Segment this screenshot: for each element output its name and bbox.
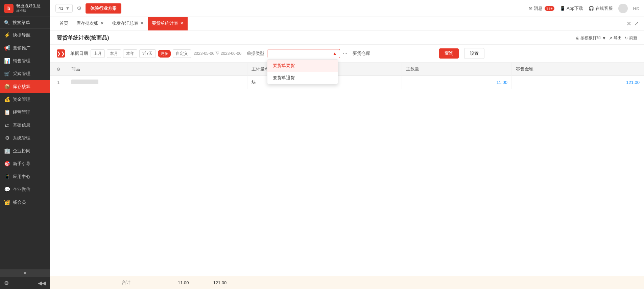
nav-label-quick-nav: 快捷导航 [13, 32, 30, 38]
message-label: 消息 [534, 5, 543, 12]
nav-label-cooperation: 企业协同 [13, 148, 30, 154]
nav-label-wechat: 企业微信 [13, 186, 30, 193]
tab-order-summary-close[interactable]: ✕ [180, 21, 184, 26]
query-btn[interactable]: 查询 [439, 48, 459, 59]
export-label: 导出 [614, 35, 622, 41]
tab-inventory-batch-close[interactable]: ✕ [100, 21, 104, 26]
print-label: 按模板打印 [580, 35, 601, 41]
sidebar-item-member[interactable]: 👑 畅会员 [0, 196, 50, 209]
date-btn-7days[interactable]: 近7天 [139, 49, 156, 58]
sidebar-item-quick-nav[interactable]: ⚡ 快捷导航 [0, 29, 50, 42]
tab-home[interactable]: 首页 [55, 17, 72, 30]
nav-icon-basic-info: 🗂 [4, 123, 10, 128]
date-btn-this-month[interactable]: 本月 [107, 49, 121, 58]
tab-receive-summary[interactable]: 收发存汇总表 ✕ [108, 17, 148, 30]
nav-label-purchase: 采购管理 [13, 71, 30, 77]
date-btn-custom[interactable]: 自定义 [173, 49, 191, 58]
user-avatar[interactable] [618, 4, 628, 13]
nav-icon-marketing: 📢 [4, 45, 10, 51]
nav-icon-operations: 📋 [4, 109, 10, 115]
date-range-display: 2023-05-06 至 2023-06-06 [194, 51, 241, 57]
tab-inventory-batch[interactable]: 库存批次账 ✕ [72, 17, 108, 30]
online-service-action[interactable]: 🎧 在线客服 [589, 5, 613, 12]
sidebar-item-basic-info[interactable]: 🗂 基础信息 [0, 119, 50, 132]
cell-amount[interactable]: 121.00 [511, 76, 644, 89]
main-content: 41 ▼ ⚙ 体验行业方案 ✉ 消息 99+ 📱 App下载 🎧 在线客服 Ri… [50, 0, 644, 289]
sidebar-search[interactable]: 🔍 搜索菜单 [0, 17, 50, 29]
collapse-icon[interactable]: ◀◀ [38, 280, 46, 286]
sidebar-item-system[interactable]: ⚙ 系统管理 [0, 132, 50, 144]
message-action[interactable]: ✉ 消息 99+ [529, 5, 554, 12]
nav-label-basic-info: 基础信息 [13, 122, 30, 128]
type-select-wrapper: ▲ [267, 49, 340, 58]
sidebar-item-operations[interactable]: 📋 经营管理 [0, 106, 50, 119]
export-icon: ↗ [609, 36, 612, 41]
top-header: 41 ▼ ⚙ 体验行业方案 ✉ 消息 99+ 📱 App下载 🎧 在线客服 Ri… [50, 0, 644, 17]
nav-icon-purchase: 🛒 [4, 71, 10, 77]
sidebar-scroll-down[interactable]: ▼ [0, 269, 50, 277]
tab-expand-icon[interactable]: ⤢ [634, 20, 639, 27]
store-selector[interactable]: 41 ▼ [55, 4, 73, 13]
sidebar-item-marketing[interactable]: 📢 营销推广 [0, 42, 50, 54]
sidebar-item-purchase[interactable]: 🛒 采购管理 [0, 67, 50, 80]
cell-quantity[interactable]: 11.00 [402, 76, 511, 89]
sidebar-item-cooperation[interactable]: 🏢 企业协同 [0, 144, 50, 157]
nav-label-finance: 资金管理 [13, 96, 30, 103]
phone-icon: 📱 [560, 6, 565, 11]
sidebar-item-sales[interactable]: 📊 销售管理 [0, 54, 50, 67]
warehouse-input[interactable] [374, 50, 434, 57]
tab-order-summary[interactable]: 要货单统计表 ✕ [148, 17, 188, 30]
column-settings-icon[interactable]: ⚙ [56, 67, 61, 72]
print-chevron-icon: ▼ [602, 36, 606, 41]
col-quantity: 主数量 [402, 63, 511, 76]
nav-icon-quick-nav: ⚡ [4, 32, 10, 38]
nav-label-system: 系统管理 [13, 135, 30, 141]
export-btn[interactable]: ↗ 导出 [609, 35, 622, 41]
close-all-tabs-icon[interactable]: ✕ [626, 20, 631, 27]
footer-quantity: 11.00 [178, 280, 189, 285]
type-filter-group: 单据类型 ▲ ··· 要货单要货 要货单退货 [247, 49, 347, 58]
header-right: ✉ 消息 99+ 📱 App下载 🎧 在线客服 Rit [529, 4, 639, 13]
nav-label-app-center: 应用中心 [13, 174, 30, 180]
table-row: 1 块 11.00 121.00 [50, 76, 644, 89]
tab-receive-summary-close[interactable]: ✕ [140, 21, 144, 26]
refresh-btn[interactable]: ↻ 刷新 [624, 35, 637, 41]
table-body: 1 块 11.00 121.00 [50, 76, 644, 89]
nav-icon-finance: 💰 [4, 96, 10, 103]
page-content: 要货单统计表(按商品) 🖨 按模板打印 ▼ ↗ 导出 ↻ 刷新 ❯❯ [50, 30, 644, 289]
print-btn[interactable]: 🖨 按模板打印 ▼ [575, 35, 606, 41]
dropdown-item-order-return[interactable]: 要货单退货 [267, 72, 338, 84]
table-header-row: ⚙ 商品 主计量单位 主数量 零售金额 [50, 63, 644, 76]
sidebar-item-guide[interactable]: 🎯 新手引导 [0, 157, 50, 170]
filter-more-icon[interactable]: ··· [343, 50, 347, 57]
date-shortcuts: 上月 本月 本年 近7天 更多 自定义 [91, 49, 191, 58]
cell-seq: 1 [50, 76, 67, 89]
dropdown-item-order-goods[interactable]: 要货单要货 [267, 60, 338, 72]
date-btn-last-month[interactable]: 上月 [91, 49, 105, 58]
col-gear: ⚙ [50, 63, 67, 76]
logo: b 畅捷通好生意 标准版 [0, 0, 50, 17]
warehouse-filter-group: 要货仓库 [353, 50, 434, 57]
sidebar: b 畅捷通好生意 标准版 🔍 搜索菜单 ⚡ 快捷导航 📢 营销推广 📊 销售管理… [0, 0, 50, 289]
filter-settings-btn[interactable]: 设置 [464, 48, 484, 59]
store-settings-icon[interactable]: ⚙ [77, 5, 81, 12]
trial-btn[interactable]: 体验行业方案 [86, 3, 121, 14]
nav-icon-guide: 🎯 [4, 161, 10, 167]
search-icon: 🔍 [4, 20, 10, 25]
date-btn-this-year[interactable]: 本年 [123, 49, 137, 58]
app-download-action[interactable]: 📱 App下载 [560, 5, 583, 12]
type-select-input[interactable] [267, 49, 330, 58]
message-badge: 99+ [545, 6, 554, 11]
sidebar-item-wechat[interactable]: 💬 企业微信 [0, 183, 50, 196]
header-left: 41 ▼ ⚙ 体验行业方案 [55, 3, 121, 14]
sidebar-item-app-center[interactable]: 📱 应用中心 [0, 170, 50, 183]
type-select-arrow-icon[interactable]: ▲ [330, 51, 340, 56]
data-table: ⚙ 商品 主计量单位 主数量 零售金额 1 块 [50, 63, 644, 89]
sidebar-item-finance[interactable]: 💰 资金管理 [0, 93, 50, 106]
app-download-label: App下载 [567, 5, 583, 12]
settings-bottom-icon[interactable]: ⚙ [4, 280, 9, 286]
footer-label: 合计 [122, 280, 130, 286]
date-btn-more[interactable]: 更多 [158, 50, 171, 58]
filter-expand-btn[interactable]: ❯❯ [57, 49, 65, 58]
sidebar-item-inventory[interactable]: 📦 库存核算 [0, 80, 50, 93]
